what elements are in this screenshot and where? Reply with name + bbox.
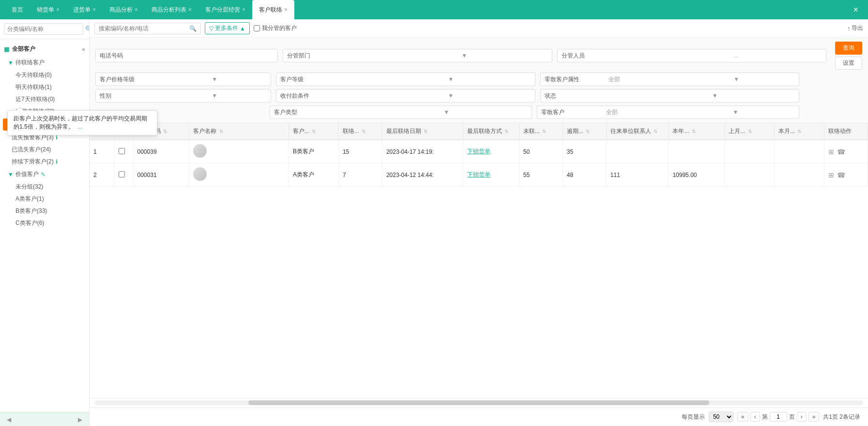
content-area: 🔍 ▽ 更多条件 ▲ 我分管的客户 ↑ 导出 电话号码 (90, 19, 868, 426)
filter-icon: ▽ (209, 25, 213, 32)
sidebar-item-declining[interactable]: 持续下滑客户(2) ℹ (0, 156, 89, 168)
declining-info-icon[interactable]: ℹ (56, 159, 58, 165)
sidebar-item-c-class[interactable]: C类客户(6) (4, 217, 89, 229)
page-number-input[interactable] (770, 412, 787, 422)
sidebar-item-tomorrow[interactable]: 明天待联络(1) (4, 81, 89, 93)
avatar-1 (193, 144, 207, 158)
next-page-button[interactable]: › (797, 412, 807, 422)
filter-actions: 查询 设置 (835, 42, 862, 70)
my-customers-checkbox[interactable] (254, 25, 260, 31)
scroll-thumb[interactable] (248, 400, 710, 405)
col-overdue-header[interactable]: 逾期... ⇅ (563, 123, 606, 140)
filter-dept[interactable]: 分管部门 ▼ (283, 49, 552, 62)
tab-customer-contact[interactable]: 客户联络 × (252, 0, 294, 19)
avatar-2 (193, 167, 207, 181)
sidebar-group-header-waiting[interactable]: ▼ 待联络客户 (4, 56, 89, 69)
query-button[interactable]: 查询 (835, 42, 862, 55)
contact-icon-2[interactable]: ☎ (837, 171, 845, 179)
close-tab-customer-tier[interactable]: × (242, 6, 245, 13)
sidebar-search-input[interactable] (4, 23, 83, 35)
filter-customer-level[interactable]: 客户等级 ▼ (276, 73, 535, 86)
tab-product-analysis[interactable]: 商品分析 × (103, 0, 145, 19)
sidebar-group-header-value[interactable]: ▼ 价值客户 ✎ (4, 168, 89, 181)
col-contacts-header[interactable]: 往来单位联系人 ⇅ (606, 123, 669, 140)
arrow-down-icon-2: ▼ (8, 171, 14, 178)
this-year-sort-icon: ⇅ (692, 129, 696, 134)
first-page-button[interactable]: « (737, 412, 748, 422)
filter-price-level[interactable]: 客户价格等级 ▼ (95, 73, 271, 86)
link-icon-2[interactable]: ⊞ (828, 171, 834, 179)
sidebar-left-arrow[interactable]: ◀ (5, 416, 13, 423)
last-page-button[interactable]: » (808, 412, 820, 422)
contact-icon-1[interactable]: ☎ (837, 148, 845, 156)
pagination-bar: 每页显示 50 20 100 200 « ‹ 第 页 › » 共1页 2条记录 (90, 407, 868, 426)
filter-retail-customer[interactable]: 零散客户 全部 ▼ (537, 105, 799, 119)
more-conditions-button[interactable]: ▽ 更多条件 ▲ (205, 22, 250, 34)
close-tab-product-list[interactable]: × (188, 6, 192, 13)
value-edit-icon[interactable]: ✎ (41, 171, 46, 178)
filter-person[interactable]: 分管人员 ... (557, 49, 827, 62)
cell-type-1: B类客户 (289, 140, 339, 163)
filter-status[interactable]: 状态 ▼ (540, 89, 800, 103)
person-dots[interactable]: ... (734, 52, 820, 59)
dept-dropdown-icon: ▼ (461, 52, 548, 59)
filter-payment[interactable]: 收付款条件 ▼ (276, 89, 535, 103)
tab-purchase-order[interactable]: 进货单 × (66, 0, 103, 19)
sidebar-group-value: ▼ 价值客户 ✎ 未分组(32) A类客户(1) B类客户(33) C类客户(6… (0, 168, 89, 229)
filter-retail-attr[interactable]: 零散客户属性 全部 ▼ (540, 73, 800, 86)
sidebar-item-7days[interactable]: 近7天待联络(0) (4, 93, 89, 105)
sidebar-collapse-icon[interactable]: « (82, 46, 85, 53)
tab-sales-order[interactable]: 销货单 × (30, 0, 66, 19)
settings-button[interactable]: 设置 (835, 57, 862, 70)
tab-customer-tier[interactable]: 客户分层经营 × (198, 0, 252, 19)
close-tab-sales[interactable]: × (56, 6, 60, 13)
filter-gender[interactable]: 性别 ▼ (95, 89, 271, 103)
tab-product-analysis-list[interactable]: 商品分析列表 × (145, 0, 198, 19)
scroll-track[interactable] (94, 400, 863, 405)
col-this-year-header[interactable]: 本年... ⇅ (669, 123, 725, 140)
link-icon-1[interactable]: ⊞ (828, 148, 834, 156)
col-type-header[interactable]: 客户... ⇅ (289, 123, 339, 140)
close-tab-product-analysis[interactable]: × (135, 6, 138, 13)
filter-customer-type[interactable]: 客户类型 ▼ (270, 105, 532, 119)
export-button[interactable]: ↑ 导出 (847, 24, 863, 32)
row-checkbox-1[interactable] (119, 148, 125, 154)
sidebar-item-today[interactable]: 今天待联络(0) (4, 69, 89, 81)
col-contact-header[interactable]: 联络... ⇅ (338, 123, 382, 140)
tab-home[interactable]: 首页 (5, 0, 30, 19)
col-unreached-header[interactable]: 未联... ⇅ (519, 123, 563, 140)
filter-search-icon[interactable]: 🔍 (189, 25, 197, 32)
filter-phone[interactable]: 电话号码 (95, 49, 278, 62)
cell-contacts-1 (606, 140, 669, 163)
last-way-link-1[interactable]: 下销货单 (467, 148, 490, 155)
col-last-date-header[interactable]: 最后联络日期 ⇅ (382, 123, 463, 140)
col-this-month-header[interactable]: 本月... ⇅ (775, 123, 824, 140)
col-name-header[interactable]: 客户名称 ⇅ (189, 123, 289, 140)
prev-page-button[interactable]: ‹ (750, 412, 760, 422)
arrow-down-icon: ▼ (8, 59, 14, 66)
tooltip-popup: 距客户上次交易时长，超过了此客户的平均交易周期的1.5倍，则视为异常。 ... (7, 110, 157, 135)
sidebar-tree: ▦ 全部客户 « ▼ 待联络客户 今天待联络(0) 明天待联络(1) 近7天待联… (0, 39, 89, 412)
sidebar-item-b-class[interactable]: B类客户(33) (4, 205, 89, 217)
sidebar-right-arrow[interactable]: ▶ (76, 416, 84, 423)
sidebar-item-churned[interactable]: 已流失客户(24) (0, 144, 89, 156)
retail-attr-dropdown-icon: ▼ (733, 76, 795, 83)
col-last-month-header[interactable]: 上月... ⇅ (725, 123, 775, 140)
close-tab-customer-contact[interactable]: × (284, 6, 288, 13)
cell-contact-1: 15 (338, 140, 382, 163)
close-tab-purchase[interactable]: × (92, 6, 96, 13)
sidebar-item-ungroup[interactable]: 未分组(32) (4, 181, 89, 193)
sidebar-search-icon[interactable]: 🔍 (85, 26, 90, 32)
cell-name-2 (189, 163, 289, 187)
row-checkbox-2[interactable] (119, 171, 125, 177)
close-all-tabs-button[interactable]: × (848, 5, 863, 15)
col-last-way-header[interactable]: 最后联络方式 ⇅ (463, 123, 519, 140)
sidebar-item-a-class[interactable]: A类客户(1) (4, 193, 89, 205)
sidebar-all-customers[interactable]: ▦ 全部客户 « (0, 42, 89, 56)
name-sort-icon: ⇅ (219, 129, 223, 134)
tooltip-more-link[interactable]: ... (77, 123, 82, 130)
per-page-select[interactable]: 50 20 100 200 (709, 411, 733, 422)
filter-search-input[interactable] (99, 25, 187, 32)
last-way-link-2[interactable]: 下销货单 (467, 171, 490, 178)
my-customers-toggle[interactable]: 我分管的客户 (254, 24, 297, 32)
